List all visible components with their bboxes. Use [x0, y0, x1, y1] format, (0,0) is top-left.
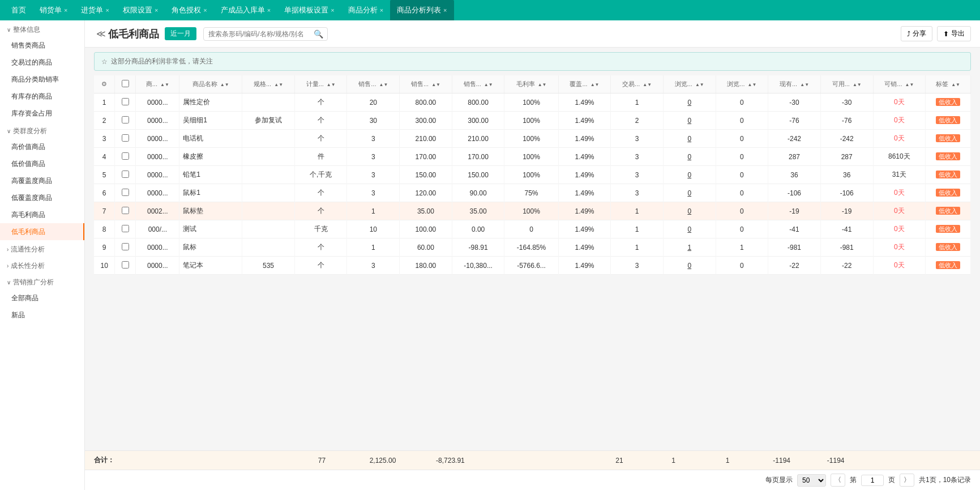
sidebar-item-high-margin[interactable]: 高毛利商品 — [0, 206, 84, 223]
row-view1[interactable]: 0 — [663, 202, 716, 220]
export-button[interactable]: ⬆ 导出 — [937, 26, 971, 41]
sort-icon[interactable]: ▲▼ — [431, 82, 440, 87]
sidebar-item-low-value[interactable]: 低价值商品 — [0, 155, 84, 172]
nav-close-icon[interactable]: × — [64, 7, 67, 14]
sort-icon[interactable]: ▲▼ — [327, 82, 336, 87]
sort-icon[interactable]: ▲▼ — [590, 82, 600, 87]
sidebar-item-low-coverage[interactable]: 低覆盖度商品 — [0, 189, 84, 206]
nav-close-icon[interactable]: × — [203, 7, 207, 14]
sidebar-item-capital[interactable]: 库存资金占用 — [0, 105, 84, 122]
sort-icon[interactable]: ▲▼ — [379, 82, 388, 87]
sidebar-item-all-products[interactable]: 全部商品 — [0, 289, 84, 306]
row-checkbox[interactable] — [115, 257, 136, 275]
nav-home[interactable]: 首页 — [5, 0, 33, 20]
col-sales-qty: 销售... ▲▼ — [347, 75, 400, 93]
sidebar-collapse-button[interactable]: ≪ — [94, 28, 108, 39]
row-view1[interactable]: 0 — [663, 148, 716, 166]
sidebar-group-growth[interactable]: › 成长性分析 — [0, 257, 84, 273]
pagination-bar: 每页显示 50 20 100 〈 第 页 〉 共1页，10条记录 — [85, 470, 980, 490]
prev-page-button[interactable]: 〈 — [831, 474, 845, 487]
sort-icon[interactable]: ▲▼ — [274, 82, 283, 87]
share-button[interactable]: ⤴ 分享 — [901, 26, 932, 41]
row-view1[interactable]: 1 — [663, 238, 716, 257]
row-code: 0000... — [136, 166, 179, 184]
row-trade: 1 — [611, 93, 664, 112]
col-trade: 交易... ▲▼ — [611, 75, 664, 93]
table-wrap: ⚙ 商... ▲▼ 商品名称 ▲▼ 规格... ▲▼ 计量... ▲▼ 销售..… — [85, 71, 980, 450]
row-view1[interactable]: 0 — [663, 130, 716, 148]
sidebar-item-traded-products[interactable]: 交易过的商品 — [0, 54, 84, 71]
col-settings[interactable]: ⚙ — [94, 75, 115, 93]
page-input[interactable] — [861, 475, 884, 486]
sort-icon[interactable]: ▲▼ — [220, 82, 229, 87]
nav-permissions[interactable]: 权限设置 × — [116, 0, 165, 20]
sort-icon[interactable]: ▲▼ — [160, 82, 169, 87]
sidebar-item-high-coverage[interactable]: 高覆盖度商品 — [0, 172, 84, 189]
sort-icon[interactable]: ▲▼ — [951, 82, 960, 87]
row-checkbox[interactable] — [115, 112, 136, 130]
row-checkbox[interactable] — [115, 220, 136, 238]
row-sales-qty: 3 — [347, 184, 400, 202]
nav-sales-order[interactable]: 销货单 × — [33, 0, 74, 20]
row-trade: 1 — [611, 238, 664, 257]
sidebar-item-new-products[interactable]: 新品 — [0, 306, 84, 323]
row-view1[interactable]: 0 — [663, 184, 716, 202]
nav-close-icon[interactable]: × — [331, 7, 334, 14]
sort-icon[interactable]: ▲▼ — [748, 82, 757, 87]
row-view2: 0 — [716, 220, 768, 238]
row-checkbox[interactable] — [115, 148, 136, 166]
nav-close-icon[interactable]: × — [267, 7, 271, 14]
row-checkbox[interactable] — [115, 166, 136, 184]
nav-close-icon[interactable]: × — [443, 7, 447, 14]
nav-close-icon[interactable]: × — [155, 7, 158, 14]
sort-icon[interactable]: ▲▼ — [643, 82, 652, 87]
select-all-checkbox[interactable] — [122, 80, 129, 87]
sidebar-group-overall[interactable]: ∨ 整体信息 — [0, 20, 84, 37]
sort-icon[interactable]: ▲▼ — [905, 82, 914, 87]
nav-product-entry[interactable]: 产成品入库单 × — [214, 0, 277, 20]
sidebar-item-high-value[interactable]: 高价值商品 — [0, 138, 84, 155]
sidebar-group-flow[interactable]: › 流通性分析 — [0, 240, 84, 257]
row-checkbox[interactable] — [115, 130, 136, 148]
row-unit: 件 — [294, 148, 347, 166]
row-available: -106 — [820, 184, 873, 202]
sort-icon[interactable]: ▲▼ — [800, 82, 809, 87]
row-checkbox[interactable] — [115, 93, 136, 112]
nav-close-icon[interactable]: × — [380, 7, 383, 14]
row-checkbox[interactable] — [115, 202, 136, 220]
sort-icon[interactable]: ▲▼ — [695, 82, 704, 87]
nav-roles[interactable]: 角色授权 × — [165, 0, 213, 20]
row-no: 7 — [94, 202, 115, 220]
row-view1[interactable]: 0 — [663, 220, 716, 238]
sidebar-group-marketing[interactable]: ∨ 营销推广分析 — [0, 273, 84, 289]
nav-template-settings[interactable]: 单据模板设置 × — [277, 0, 341, 20]
row-checkbox[interactable] — [115, 238, 136, 257]
col-checkbox[interactable] — [115, 75, 136, 93]
row-view1[interactable]: 0 — [663, 166, 716, 184]
row-checkbox[interactable] — [115, 184, 136, 202]
sidebar-item-category-rate[interactable]: 商品分类助销率 — [0, 71, 84, 88]
row-view1[interactable]: 0 — [663, 93, 716, 112]
sidebar-item-sales-products[interactable]: 销售类商品 — [0, 37, 84, 54]
row-view1[interactable]: 0 — [663, 112, 716, 130]
sort-icon[interactable]: ▲▼ — [853, 82, 862, 87]
nav-close-icon[interactable]: × — [105, 7, 109, 14]
sort-icon[interactable]: ▲▼ — [538, 82, 547, 87]
row-view1[interactable]: 0 — [663, 257, 716, 275]
row-code: 0000... — [136, 130, 179, 148]
nav-product-analysis[interactable]: 商品分析 × — [341, 0, 390, 20]
nav-product-analysis-list[interactable]: 商品分析列表 × — [390, 0, 453, 20]
col-sales-price: 销售... ▲▼ — [400, 75, 452, 93]
sidebar-group-cluster[interactable]: ∨ 类群度分析 — [0, 122, 84, 138]
date-filter-button[interactable]: 近一月 — [165, 27, 196, 40]
row-name: 吴细细1 — [179, 112, 242, 130]
next-page-button[interactable]: 〉 — [900, 474, 914, 487]
sort-icon[interactable]: ▲▼ — [484, 82, 493, 87]
nav-purchase-order[interactable]: 进货单 × — [74, 0, 115, 20]
per-page-select[interactable]: 50 20 100 — [797, 474, 826, 487]
total-sales-qty: 77 — [295, 457, 349, 465]
sidebar-item-low-margin[interactable]: 低毛利商品 — [0, 223, 84, 240]
search-input[interactable] — [203, 27, 328, 41]
col-gross-rate: 毛利率 ▲▼ — [504, 75, 558, 93]
sidebar-item-stocked-products[interactable]: 有库存的商品 — [0, 88, 84, 105]
